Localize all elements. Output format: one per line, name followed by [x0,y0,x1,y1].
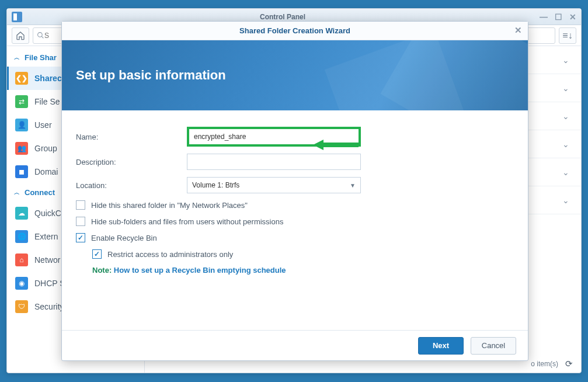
location-label: Location: [76,181,187,190]
window-title: Control Panel [26,13,540,21]
sidebar-item-label: Extern [34,232,58,241]
chevron-up-icon: ︿ [14,54,20,62]
search-icon [37,32,44,39]
user-icon: 👤 [15,119,28,131]
sort-button[interactable]: ≡↓ [559,27,576,44]
wizard-banner: Set up basic information [62,40,528,110]
shield-icon: 🛡 [15,300,28,313]
check-hide-subfolders[interactable]: Hide sub-folders and files from users wi… [76,217,514,226]
minimize-icon[interactable]: — [540,13,548,21]
location-value: Volume 1: Btrfs [192,181,239,189]
shared-folder-icon: ❮❯ [15,72,28,85]
sidebar-item-label: User [34,120,52,130]
sidebar-item-label: Group [34,144,57,153]
name-label: Name: [76,133,187,141]
checkbox-icon[interactable] [76,233,85,242]
wizard-form: Name: Description: Location: Volume 1: B… [62,110,528,330]
location-select[interactable]: Volume 1: Btrfs ▼ [187,177,361,193]
footer-status: o item(s) ⟳ [531,359,573,369]
sidebar-item-label: Networ [34,255,60,265]
network-icon: ⌂ [15,253,28,266]
chevron-down-icon: ⌄ [562,55,569,65]
sidebar-item-label: File Se [34,97,60,106]
checkbox-label: Hide this shared folder in "My Network P… [91,201,248,210]
close-icon[interactable]: ✕ [569,13,576,21]
form-row-location: Location: Volume 1: Btrfs ▼ [76,177,514,193]
chevron-up-icon: ︿ [14,189,20,197]
domain-icon: ◼ [15,165,28,178]
chevron-down-icon: ⌄ [562,112,569,121]
checkbox-label: Restrict access to administrators only [107,250,233,259]
note-link[interactable]: How to set up a Recycle Bin emptying sch… [114,266,286,275]
cloud-icon: ☁ [15,207,28,220]
chevron-down-icon: ⌄ [562,196,569,205]
close-icon[interactable]: ✕ [514,25,522,36]
cancel-button[interactable]: Cancel [471,337,516,355]
refresh-icon[interactable]: ⟳ [565,359,573,369]
wizard-dialog: Shared Folder Creation Wizard ✕ Set up b… [61,21,528,361]
group-label: Connect [25,188,55,197]
checkbox-icon[interactable] [76,217,85,226]
dhcp-icon: ◉ [15,277,28,290]
chevron-down-icon: ⌄ [562,84,569,93]
chevron-down-icon: ⌄ [562,168,569,177]
checkbox-label: Enable Recycle Bin [91,234,157,242]
group-label: File Shar [25,53,57,62]
svg-line-1 [41,36,43,38]
home-icon [16,31,25,40]
maximize-icon[interactable]: ☐ [555,13,562,21]
form-row-description: Description: [76,154,514,170]
chevron-down-icon: ▼ [350,182,356,189]
note-row: Note: How to set up a Recycle Bin emptyi… [92,266,514,275]
wizard-titlebar[interactable]: Shared Folder Creation Wizard ✕ [62,22,528,40]
sidebar-item-label: QuickC [34,209,61,218]
checkbox-icon[interactable] [92,249,102,259]
sidebar-item-label: Domai [34,167,58,176]
wizard-title: Shared Folder Creation Wizard [239,26,350,35]
sidebar-item-label: Security [34,302,64,311]
checkbox-label: Hide sub-folders and files from users wi… [91,217,283,226]
home-button[interactable] [12,27,29,44]
chevron-down-icon: ⌄ [562,140,569,149]
sort-icon: ≡↓ [562,30,572,41]
note-label: Note: [92,266,112,275]
app-icon [12,12,22,22]
form-row-name: Name: [76,127,514,147]
group-icon: 👥 [15,142,28,155]
sidebar-item-label: DHCP S [34,279,65,288]
description-label: Description: [76,158,187,166]
globe-icon: 🌐 [15,230,28,243]
svg-point-0 [38,33,43,37]
window-controls: — ☐ ✕ [540,13,576,21]
sidebar-item-label: Sharec [34,74,62,83]
wizard-footer: Next Cancel [62,330,528,360]
description-input[interactable] [187,154,361,170]
check-hide-network[interactable]: Hide this shared folder in "My Network P… [76,200,514,210]
checkbox-icon[interactable] [76,200,85,210]
file-services-icon: ⇄ [15,95,28,108]
check-restrict-admin[interactable]: Restrict access to administrators only [92,249,514,259]
check-recycle-bin[interactable]: Enable Recycle Bin [76,233,514,242]
name-input[interactable] [187,127,361,147]
next-button[interactable]: Next [418,337,464,355]
wizard-heading: Set up basic information [76,68,226,83]
item-count: o item(s) [531,360,558,368]
